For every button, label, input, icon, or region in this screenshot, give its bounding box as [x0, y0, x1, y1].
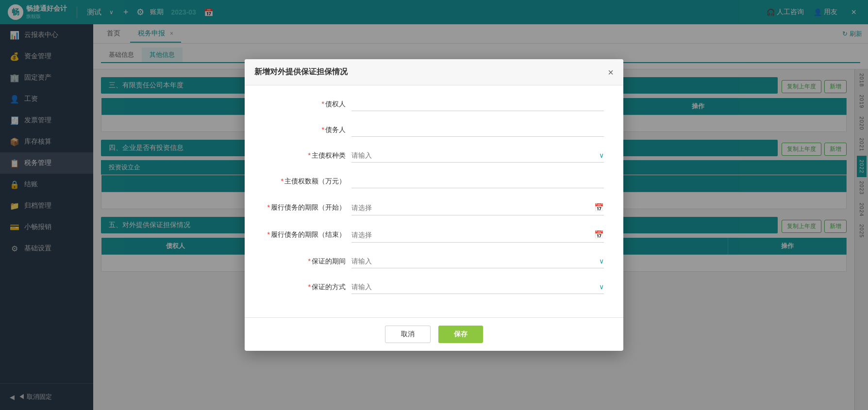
claim-type-label: *主债权种类: [264, 151, 351, 160]
form-row-period-start: *履行债务的期限（开始） 📅: [264, 200, 604, 215]
debtor-label: *债务人: [264, 126, 351, 134]
period-start-calendar-icon[interactable]: 📅: [594, 203, 604, 212]
modal-footer: 取消 保存: [245, 317, 623, 351]
modal: 新增对外提供保证担保情况 × *债权人 *债务人 *主债权种类: [245, 59, 623, 351]
cancel-button[interactable]: 取消: [385, 326, 431, 343]
creditor-input[interactable]: [351, 97, 604, 111]
guarantee-method-select-wrapper[interactable]: ∨: [351, 280, 604, 294]
guarantee-period-select-wrapper[interactable]: ∨: [351, 254, 604, 268]
form-row-period-end: *履行债务的期限（结束） 📅: [264, 227, 604, 243]
period-end-label: *履行债务的期限（结束）: [264, 230, 351, 239]
guarantee-method-chevron-icon[interactable]: ∨: [599, 283, 604, 291]
period-end-calendar-icon[interactable]: 📅: [594, 230, 604, 239]
claim-amount-label: *主债权数额（万元）: [264, 177, 351, 186]
claim-type-select-wrapper[interactable]: ∨: [351, 148, 604, 163]
form-row-creditor: *债权人: [264, 97, 604, 111]
form-row-guarantee-period: *保证的期间 ∨: [264, 254, 604, 268]
form-row-claim-type: *主债权种类 ∨: [264, 148, 604, 163]
form-row-debtor: *债务人: [264, 123, 604, 137]
period-start-input[interactable]: [351, 204, 594, 212]
modal-overlay: 新增对外提供保证担保情况 × *债权人 *债务人 *主债权种类: [0, 0, 868, 410]
guarantee-period-input[interactable]: [351, 257, 599, 265]
modal-header: 新增对外提供保证担保情况 ×: [245, 59, 623, 85]
guarantee-period-label: *保证的期间: [264, 257, 351, 266]
period-end-date-wrapper[interactable]: 📅: [351, 227, 604, 243]
claim-type-input[interactable]: [351, 151, 599, 159]
modal-close-button[interactable]: ×: [608, 67, 614, 77]
creditor-label: *债权人: [264, 100, 351, 109]
guarantee-method-label: *保证的方式: [264, 283, 351, 292]
form-row-guarantee-method: *保证的方式 ∨: [264, 280, 604, 294]
period-end-input[interactable]: [351, 231, 594, 239]
period-start-label: *履行债务的期限（开始）: [264, 203, 351, 212]
period-start-date-wrapper[interactable]: 📅: [351, 200, 604, 215]
guarantee-method-input[interactable]: [351, 283, 599, 291]
modal-body: *债权人 *债务人 *主债权种类 ∨: [245, 85, 623, 317]
form-row-claim-amount: *主债权数额（万元）: [264, 174, 604, 188]
claim-amount-input[interactable]: [351, 174, 604, 188]
modal-title: 新增对外提供保证担保情况: [254, 67, 348, 77]
claim-type-chevron-icon[interactable]: ∨: [599, 151, 604, 159]
save-button[interactable]: 保存: [438, 326, 483, 343]
debtor-input[interactable]: [351, 123, 604, 137]
guarantee-period-chevron-icon[interactable]: ∨: [599, 257, 604, 265]
